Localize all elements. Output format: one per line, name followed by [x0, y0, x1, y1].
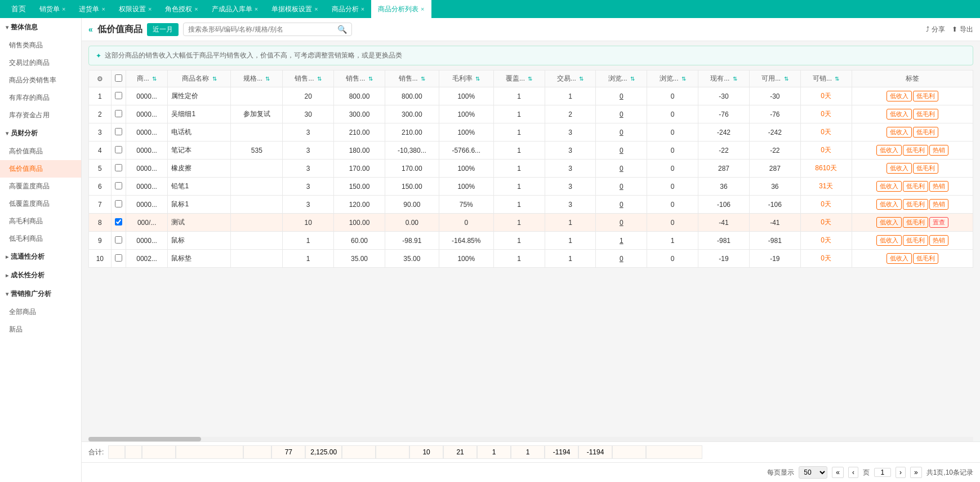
col-salable[interactable]: 可销... ⇅: [800, 70, 852, 87]
row-margin-rate: 100%: [439, 250, 493, 268]
top-nav: 首页 销货单 × 进货单 × 权限设置 × 角色授权 × 产成品入库单 × 单据…: [0, 0, 980, 18]
sidebar-group-overall[interactable]: ▾ 整体信息: [0, 18, 81, 37]
col-coverage[interactable]: 覆盖... ⇅: [493, 70, 545, 87]
nav-product-analysis-list[interactable]: 商品分析列表 ×: [371, 0, 431, 18]
browse1-link[interactable]: 0: [620, 129, 623, 136]
col-current-stock[interactable]: 现有... ⇅: [698, 70, 750, 87]
sidebar-item-all-products[interactable]: 全部商品: [0, 303, 81, 321]
browse1-link[interactable]: 0: [620, 92, 623, 100]
horizontal-scrollbar[interactable]: [88, 437, 973, 441]
row-browse2: 0: [647, 250, 698, 268]
nav-close-sales[interactable]: ×: [62, 6, 65, 12]
browse1-link[interactable]: 0: [620, 219, 623, 227]
row-checkbox[interactable]: [115, 92, 122, 99]
row-margin-rate: 100%: [439, 105, 493, 123]
filter-button[interactable]: 近一月: [147, 23, 179, 36]
nav-close-product-analysis[interactable]: ×: [361, 6, 364, 12]
sidebar-item-category-sales-rate[interactable]: 商品分类销售率: [0, 72, 81, 89]
row-name: 吴细细1: [168, 105, 231, 123]
nav-product-analysis[interactable]: 商品分析 ×: [325, 0, 371, 18]
sidebar-item-high-value[interactable]: 高价值商品: [0, 143, 81, 160]
row-salable-days: 0天: [800, 196, 852, 214]
page-size-select[interactable]: 50 100 200: [799, 466, 827, 479]
nav-home[interactable]: 首页: [5, 0, 33, 18]
sidebar-group-finance[interactable]: ▾ 员财分析: [0, 124, 81, 143]
browse1-link[interactable]: 1: [620, 237, 623, 245]
export-icon: ⬆: [952, 25, 957, 33]
sidebar-item-high-coverage[interactable]: 高覆盖度商品: [0, 178, 81, 195]
col-sales-profit[interactable]: 销售... ⇅: [385, 70, 439, 87]
row-coverage: 1: [493, 178, 545, 196]
sidebar-group-growth[interactable]: ▸ 成长性分析: [0, 266, 81, 285]
col-settings[interactable]: ⚙: [89, 70, 112, 87]
browse1-link[interactable]: 0: [620, 255, 623, 263]
nav-close-permission[interactable]: ×: [148, 6, 152, 12]
browse1-link[interactable]: 0: [620, 165, 623, 173]
row-checkbox[interactable]: [115, 182, 122, 189]
nav-close-product-entry[interactable]: ×: [255, 6, 258, 12]
col-browse2[interactable]: 浏览... ⇅: [647, 70, 698, 87]
row-trade: 3: [545, 123, 596, 141]
sidebar-item-low-margin[interactable]: 低毛利商品: [0, 230, 81, 247]
col-available[interactable]: 可用... ⇅: [749, 70, 800, 87]
col-name[interactable]: 商品名称 ⇅: [168, 70, 231, 87]
nav-permission[interactable]: 权限设置 ×: [112, 0, 158, 18]
row-checkbox[interactable]: [115, 254, 122, 262]
row-checkbox[interactable]: [115, 110, 122, 117]
sidebar-item-high-margin[interactable]: 高毛利商品: [0, 213, 81, 230]
row-checkbox[interactable]: [115, 236, 122, 244]
col-trade[interactable]: 交易... ⇅: [545, 70, 596, 87]
sidebar-group-liquidity[interactable]: ▸ 流通性分析: [0, 247, 81, 266]
search-icon[interactable]: 🔍: [337, 25, 347, 34]
row-tags: 低收入低毛利热销: [852, 196, 973, 214]
nav-sales-order[interactable]: 销货单 ×: [33, 0, 72, 18]
next-page-button[interactable]: ›: [896, 467, 906, 478]
nav-template[interactable]: 单据模板设置 ×: [265, 0, 324, 18]
col-spec[interactable]: 规格... ⇅: [231, 70, 283, 87]
sidebar-item-stock-products[interactable]: 有库存的商品: [0, 89, 81, 107]
browse1-link[interactable]: 0: [620, 201, 623, 209]
col-margin-rate[interactable]: 毛利率 ⇅: [439, 70, 493, 87]
nav-close-product-analysis-list[interactable]: ×: [421, 6, 424, 12]
sidebar-item-low-coverage[interactable]: 低覆盖度商品: [0, 195, 81, 213]
browse1-link[interactable]: 0: [620, 183, 623, 191]
last-page-button[interactable]: »: [910, 467, 922, 478]
total-current-stock: -1194: [545, 445, 578, 459]
col-sales-amount[interactable]: 销售... ⇅: [334, 70, 385, 87]
row-name: 电话机: [168, 123, 231, 141]
share-button[interactable]: ⤴ 分享: [926, 25, 945, 34]
scrollbar-thumb[interactable]: [88, 437, 201, 441]
tag-低收入: 低收入: [876, 145, 902, 156]
nav-product-entry[interactable]: 产成品入库单 ×: [205, 0, 265, 18]
row-code: 0000...: [126, 232, 168, 250]
row-checkbox[interactable]: [115, 164, 122, 171]
collapse-button[interactable]: «: [88, 25, 93, 34]
sidebar-item-new-products[interactable]: 新品: [0, 321, 81, 338]
row-checkbox[interactable]: [115, 128, 122, 135]
prev-page-button[interactable]: ‹: [848, 467, 858, 478]
export-button[interactable]: ⬆ 导出: [952, 25, 973, 34]
row-checkbox[interactable]: [115, 146, 122, 153]
sidebar-item-low-value[interactable]: 低价值商品: [0, 160, 81, 178]
nav-close-template[interactable]: ×: [314, 6, 318, 12]
nav-close-purchase[interactable]: ×: [101, 6, 105, 12]
row-sales-profit: -10,380...: [385, 141, 439, 160]
col-sales-qty[interactable]: 销售... ⇅: [283, 70, 334, 87]
nav-role[interactable]: 角色授权 ×: [158, 0, 204, 18]
nav-purchase-order[interactable]: 进货单 ×: [72, 0, 112, 18]
sidebar-item-sales-products[interactable]: 销售类商品: [0, 37, 81, 54]
sidebar-item-stock-funds[interactable]: 库存资金占用: [0, 107, 81, 124]
select-all-checkbox[interactable]: [115, 74, 122, 82]
row-checkbox[interactable]: [115, 200, 122, 207]
page-number-input[interactable]: [874, 468, 891, 477]
browse1-link[interactable]: 0: [620, 147, 623, 154]
sidebar-group-marketing[interactable]: ▾ 营销推广分析: [0, 285, 81, 303]
row-checkbox[interactable]: [115, 218, 122, 225]
nav-close-role[interactable]: ×: [194, 6, 198, 12]
sidebar-item-traded-products[interactable]: 交易过的商品: [0, 54, 81, 72]
first-page-button[interactable]: «: [832, 467, 844, 478]
col-browse1[interactable]: 浏览... ⇅: [596, 70, 647, 87]
col-code[interactable]: 商... ⇅: [126, 70, 168, 87]
browse1-link[interactable]: 0: [620, 110, 623, 118]
search-input[interactable]: [188, 25, 337, 33]
